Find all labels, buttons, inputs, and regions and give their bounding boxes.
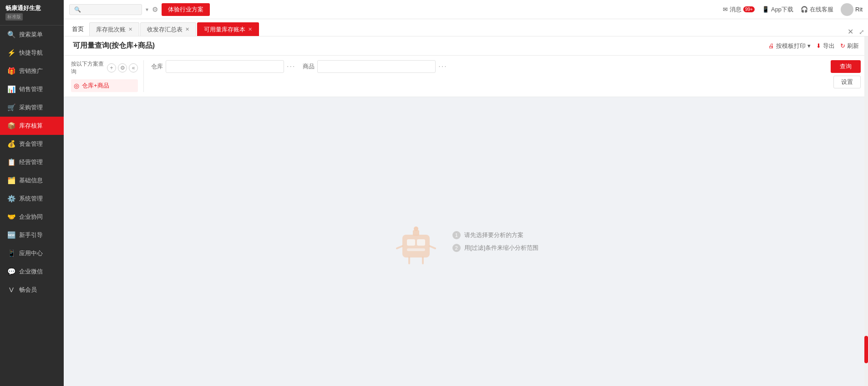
sidebar-item-sales[interactable]: 📊销售管理 <box>0 80 64 98</box>
online-service-label: 在线客服 <box>810 5 833 14</box>
page-content: 可用量查询(按仓库+商品) 🖨 按模板打印 ▾ ⬇ 导出 ↻ 刷新 <box>64 36 868 386</box>
sidebar-scroll: 🔍搜索菜单⚡快捷导航🎁营销推广📊销售管理🛒采购管理📦库存核算💰资金管理📋经营管理… <box>0 26 64 386</box>
empty-tips: 1 请先选择要分析的方案 2 用[过滤]条件来缩小分析范围 <box>452 231 538 252</box>
export-button[interactable]: ⬇ 导出 <box>816 42 835 50</box>
scheme-panel-header: 按以下方案查询 + ⚙ « <box>71 60 138 76</box>
app-download-icon: 📱 <box>762 6 769 13</box>
purchase-icon: 🛒 <box>7 103 15 112</box>
settings-scheme-button[interactable]: ⚙ <box>118 63 127 72</box>
tab-home[interactable]: 首页 <box>67 22 88 36</box>
sidebar-item-inventory[interactable]: 📦库存核算 <box>0 117 64 135</box>
sidebar-item-guide[interactable]: 🆕新手引导 <box>0 226 64 244</box>
query-button[interactable]: 查询 <box>831 60 861 73</box>
sidebar-item-finance[interactable]: 💰资金管理 <box>0 135 64 153</box>
shortcut-icon: ⚡ <box>7 49 15 57</box>
sidebar-item-label: 快捷导航 <box>19 49 43 57</box>
sidebar-item-search[interactable]: 🔍搜索菜单 <box>0 26 64 44</box>
sidebar-item-cooperation[interactable]: 🤝企业协同 <box>0 208 64 226</box>
online-service-icon: 🎧 <box>801 6 808 13</box>
query-area: 按以下方案查询 + ⚙ « ◎ 仓库+商品 仓库 <box>64 56 868 97</box>
operation-icon: 📋 <box>7 158 15 166</box>
message-badge: 99+ <box>743 6 755 12</box>
appstore-icon: 📱 <box>7 249 15 257</box>
app-download-label: App下载 <box>771 5 793 14</box>
sidebar-item-marketing[interactable]: 🎁营销推广 <box>0 62 64 80</box>
topbar-search[interactable]: 🔍 <box>69 4 142 15</box>
sidebar-item-operation[interactable]: 📋经营管理 <box>0 153 64 171</box>
tabs-actions: ✕ ⤢ <box>846 27 864 36</box>
topbar-right: ✉ 消息 99+ 📱 App下载 🎧 在线客服 Rit <box>723 3 863 16</box>
collapse-scheme-button[interactable]: « <box>129 63 138 72</box>
search-icon: 🔍 <box>7 31 15 39</box>
tab-available-ledger[interactable]: 可用量库存账本✕ <box>197 22 259 36</box>
sidebar: 畅康通好生意 标准版 🔍搜索菜单⚡快捷导航🎁营销推广📊销售管理🛒采购管理📦库存核… <box>0 0 64 386</box>
goods-more-icon[interactable]: ··· <box>438 62 447 71</box>
page-header: 可用量查询(按仓库+商品) 🖨 按模板打印 ▾ ⬇ 导出 ↻ 刷新 <box>64 36 868 56</box>
tab-receive-summary[interactable]: 收发存汇总表✕ <box>140 22 196 36</box>
scrollbar-thumb[interactable] <box>864 336 868 363</box>
tab-label: 收发存汇总表 <box>147 26 183 34</box>
refresh-button[interactable]: ↻ 刷新 <box>840 42 859 50</box>
refresh-label: 刷新 <box>847 42 859 50</box>
goods-label: 商品 <box>303 62 315 71</box>
online-service-button[interactable]: 🎧 在线客服 <box>801 5 833 14</box>
settings-button[interactable]: 设置 <box>833 76 861 88</box>
sidebar-item-shortcut[interactable]: ⚡快捷导航 <box>0 44 64 62</box>
scheme-panel: 按以下方案查询 + ⚙ « ◎ 仓库+商品 <box>71 60 144 92</box>
sidebar-item-label: 采购管理 <box>19 103 43 112</box>
sidebar-item-member[interactable]: V畅会员 <box>0 281 64 299</box>
export-label: 导出 <box>823 42 835 50</box>
filter-area: 仓库 ··· 商品 ··· <box>151 60 823 73</box>
avatar <box>841 3 853 16</box>
tab-close-icon[interactable]: ✕ <box>248 26 252 32</box>
right-scrollbar <box>864 36 868 386</box>
refresh-icon: ↻ <box>840 42 845 49</box>
message-label: 消息 <box>730 5 741 14</box>
topbar-chevron-icon[interactable]: ▾ <box>146 6 148 13</box>
sidebar-item-purchase[interactable]: 🛒采购管理 <box>0 98 64 117</box>
tip-text-1: 请先选择要分析的方案 <box>464 231 523 239</box>
sidebar-item-label: 销售管理 <box>19 85 43 93</box>
svg-rect-3 <box>407 248 425 251</box>
expand-tab-button[interactable]: ⤢ <box>859 28 864 36</box>
app-download-button[interactable]: 📱 App下载 <box>762 5 793 14</box>
sidebar-item-label: 营销推广 <box>19 67 43 75</box>
message-icon: ✉ <box>723 6 728 13</box>
company-name: 畅康通好生意 <box>5 5 58 12</box>
warehouse-input[interactable] <box>166 60 284 73</box>
goods-filter-group: 商品 ··· <box>303 60 447 73</box>
inventory-icon: 📦 <box>7 122 15 130</box>
sidebar-item-basic[interactable]: 🗂️基础信息 <box>0 171 64 190</box>
topbar-gear-icon[interactable]: ⚙ <box>152 5 158 14</box>
tabs-bar: 首页库存批次账✕收发存汇总表✕可用量库存账本✕ ✕ ⤢ <box>64 19 868 36</box>
basic-icon: 🗂️ <box>7 176 15 185</box>
empty-state: 1 请先选择要分析的方案 2 用[过滤]条件来缩小分析范围 <box>64 97 868 386</box>
sidebar-item-appstore[interactable]: 📱应用中心 <box>0 244 64 262</box>
scheme-item-warehouse-goods[interactable]: ◎ 仓库+商品 <box>71 79 138 92</box>
scheme-panel-title: 按以下方案查询 <box>71 60 107 76</box>
sidebar-item-label: 搜索菜单 <box>19 31 43 39</box>
print-button[interactable]: 🖨 按模板打印 ▾ <box>768 42 811 50</box>
sidebar-item-label: 畅会员 <box>19 286 37 294</box>
goods-input[interactable] <box>317 60 436 73</box>
tab-batch-ledger[interactable]: 库存批次账✕ <box>89 22 139 36</box>
warehouse-more-icon[interactable]: ··· <box>287 62 295 71</box>
tab-close-icon[interactable]: ✕ <box>128 26 132 32</box>
tab-close-icon[interactable]: ✕ <box>185 26 189 32</box>
add-scheme-button[interactable]: + <box>107 63 116 72</box>
sidebar-item-system[interactable]: ⚙️系统管理 <box>0 190 64 208</box>
print-icon: 🖨 <box>768 42 774 49</box>
close-tab-button[interactable]: ✕ <box>846 27 855 36</box>
sidebar-item-label: 新手引导 <box>19 231 43 239</box>
trial-button[interactable]: 体验行业方案 <box>162 3 210 16</box>
version-badge: 标准版 <box>5 13 23 21</box>
message-button[interactable]: ✉ 消息 99+ <box>723 5 755 14</box>
topbar: 🔍 ▾ ⚙ 体验行业方案 ✉ 消息 99+ 📱 App下载 🎧 在线客服 Rit <box>64 0 868 19</box>
cooperation-icon: 🤝 <box>7 213 15 221</box>
scheme-panel-actions: + ⚙ « <box>107 63 138 72</box>
filter-row: 仓库 ··· 商品 ··· <box>151 60 823 73</box>
user-menu[interactable]: Rit <box>841 3 863 16</box>
finance-icon: 💰 <box>7 140 15 148</box>
tab-label: 库存批次账 <box>96 26 126 34</box>
sidebar-item-weixin[interactable]: 💬企业微信 <box>0 262 64 281</box>
